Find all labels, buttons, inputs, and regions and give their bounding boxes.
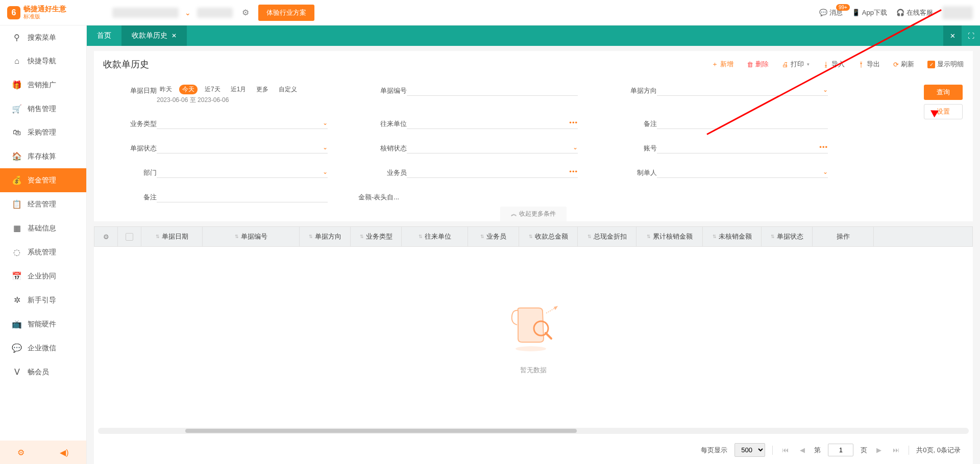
search-menu-icon: ⚲ (12, 33, 21, 42)
message-link[interactable]: 💬 消息 99+ (819, 8, 843, 17)
import-icon: ⭳ (823, 61, 829, 68)
refresh-button[interactable]: ⟳刷新 (893, 60, 914, 69)
online-service-link[interactable]: 🎧 在线客服 (896, 8, 933, 17)
horizontal-scrollbar[interactable] (98, 428, 969, 434)
column-header-1[interactable]: ⇅单据编号 (203, 227, 300, 246)
export-button[interactable]: ⭱导出 (858, 60, 880, 69)
filter-bill-no[interactable]: 单据编号 (358, 85, 578, 96)
sidebar-item-sales[interactable]: 🛒销售管理 (0, 97, 86, 121)
filter-biz-type[interactable]: 业务类型 ⌄ (108, 118, 328, 129)
add-button[interactable]: ＋新增 (712, 60, 733, 69)
column-header-10[interactable]: ⇅单据状态 (762, 227, 813, 246)
toolbar: ＋新增 🗑删除 🖨打印▾ ⭳导入 ⭱导出 ⟳刷新 ✓显示明细 (712, 60, 964, 69)
date-chip-2[interactable]: 近7天 (202, 85, 224, 94)
import-button[interactable]: ⭳导入 (823, 60, 845, 69)
date-range-chips: 昨天今天近7天近1月更多自定义 (157, 85, 328, 94)
select-all-checkbox[interactable] (118, 227, 141, 246)
filter-bill-direction[interactable]: 单据方向 ⌄ (608, 85, 828, 96)
try-industry-button[interactable]: 体验行业方案 (258, 5, 314, 21)
filter-dept[interactable]: 部门 ⌄ (108, 167, 328, 178)
sidebar-item-funds[interactable]: 💰资金管理 (0, 168, 86, 192)
no-data-text: 暂无数据 (520, 366, 547, 375)
column-header-7[interactable]: ⇅总现金折扣 (578, 227, 636, 246)
next-page-button[interactable]: ▶ (874, 446, 884, 454)
scrollbar-thumb[interactable] (185, 429, 577, 433)
sidebar-footer: ⚙ ◀) (0, 441, 86, 464)
first-page-button[interactable]: ⏮ (780, 446, 791, 454)
date-chip-1[interactable]: 今天 (179, 85, 198, 94)
operation-icon: 📋 (12, 199, 21, 209)
filter-maker[interactable]: 制单人 ⌄ (608, 167, 828, 178)
column-header-0[interactable]: ⇅单据日期 (141, 227, 203, 246)
date-chip-0[interactable]: 昨天 (157, 85, 175, 94)
column-header-8[interactable]: ⇅累计核销金额 (636, 227, 703, 246)
sidebar-item-basic[interactable]: ▦基础信息 (0, 216, 86, 240)
tab-fullscreen-button[interactable]: ⛶ (962, 25, 980, 46)
column-header-3[interactable]: ⇅业务类型 (351, 227, 402, 246)
user-avatar-blur[interactable] (942, 6, 973, 19)
sidebar-item-operation[interactable]: 📋经营管理 (0, 192, 86, 216)
search-button[interactable]: 查询 (924, 85, 963, 100)
sidebar-item-hardware[interactable]: 📺智能硬件 (0, 312, 86, 336)
delete-button[interactable]: 🗑删除 (747, 60, 769, 69)
sidebar-item-search-menu[interactable]: ⚲搜索菜单 (0, 25, 86, 49)
settings-button[interactable]: 设置 (924, 104, 963, 119)
company-selector[interactable]: ⌄ (112, 8, 233, 18)
sidebar-item-system[interactable]: ◌系统管理 (0, 240, 86, 264)
sidebar-item-marketing[interactable]: 🎁营销推广 (0, 73, 86, 97)
chevron-down-icon: ⌄ (323, 119, 328, 126)
column-header-4[interactable]: ⇅往来单位 (402, 227, 468, 246)
close-icon[interactable]: ✕ (172, 32, 177, 39)
column-header-2[interactable]: ⇅单据方向 (300, 227, 351, 246)
svg-marker-2 (554, 306, 558, 310)
sidebar-item-guides[interactable]: ✲新手引导 (0, 288, 86, 312)
last-page-button[interactable]: ⏭ (891, 446, 901, 454)
table-settings-button[interactable]: ⚙ (94, 227, 118, 246)
headset-icon: 🎧 (896, 9, 904, 16)
app-download-link[interactable]: 📱 App下载 (852, 8, 887, 17)
svg-point-3 (516, 346, 546, 351)
collapse-icon[interactable]: ◀) (60, 448, 68, 457)
date-chip-3[interactable]: 近1月 (228, 85, 250, 94)
show-detail-toggle[interactable]: ✓显示明细 (927, 60, 964, 69)
column-header-11[interactable]: 操作 (813, 227, 874, 246)
quick-nav-icon: ⌂ (12, 57, 21, 66)
settings-icon[interactable]: ⚙ (17, 448, 24, 457)
per-page-select[interactable]: 500 (734, 443, 765, 457)
filter-account[interactable]: 账号 ••• (608, 142, 828, 153)
page-title: 收款单历史 (103, 58, 149, 70)
collapse-filters-button[interactable]: ︽ 收起更多条件 (500, 207, 567, 221)
tab-1[interactable]: 收款单历史✕ (121, 25, 187, 46)
filter-remark2[interactable]: 备注 (108, 191, 328, 202)
date-chip-5[interactable]: 自定义 (276, 85, 300, 94)
filter-bill-state[interactable]: 单据状态 ⌄ (108, 142, 328, 153)
sidebar-item-inventory[interactable]: 🏠库存核算 (0, 144, 86, 168)
tab-close-button[interactable]: ✕ (943, 25, 962, 46)
filter-verify-state[interactable]: 核销状态 ⌄ (358, 142, 578, 153)
brand-edition: 标准版 (23, 13, 66, 20)
filter-amount-head[interactable]: 金额-表头自... (358, 191, 460, 202)
sort-icon: ⇅ (419, 234, 423, 239)
sort-icon: ⇅ (309, 234, 313, 239)
column-header-5[interactable]: ⇅业务员 (468, 227, 519, 246)
chevron-down-icon: ⌄ (573, 144, 578, 151)
tab-0[interactable]: 首页 (87, 25, 121, 46)
column-header-6[interactable]: ⇅收款总金额 (519, 227, 578, 246)
funds-icon: 💰 (12, 175, 21, 185)
print-button[interactable]: 🖨打印▾ (782, 60, 810, 69)
filter-partner[interactable]: 往来单位 ••• (358, 118, 578, 129)
date-chip-4[interactable]: 更多 (253, 85, 272, 94)
brand-logo: 6 畅捷通好生意 标准版 (7, 5, 94, 20)
page-input[interactable] (828, 444, 853, 456)
sidebar-item-purchase[interactable]: 🛍采购管理 (0, 121, 86, 144)
sidebar-item-wecom[interactable]: 💬企业微信 (0, 336, 86, 360)
filter-remark[interactable]: 备注 (608, 118, 828, 129)
date-range-text: 2023-06-06 至 2023-06-06 (157, 96, 328, 105)
sidebar-item-collab[interactable]: 📅企业协同 (0, 264, 86, 288)
sidebar-item-member[interactable]: Ⅴ畅会员 (0, 360, 86, 384)
prev-page-button[interactable]: ◀ (798, 446, 807, 454)
gear-icon[interactable]: ⚙ (242, 8, 249, 17)
column-header-9[interactable]: ⇅未核销金额 (703, 227, 762, 246)
sidebar-item-quick-nav[interactable]: ⌂快捷导航 (0, 49, 86, 73)
filter-clerk[interactable]: 业务员 ••• (358, 167, 578, 178)
